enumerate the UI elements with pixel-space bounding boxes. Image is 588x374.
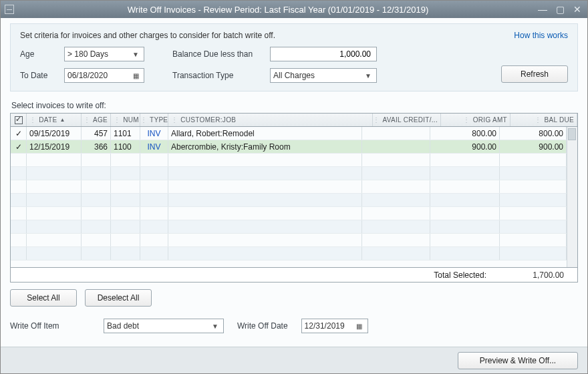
write-off-settings: Write Off Item Bad debt ▼ Write Off Date… xyxy=(10,319,578,333)
total-row: Total Selected: 1,700.00 xyxy=(10,268,578,283)
row-checkbox[interactable]: ✓ xyxy=(11,140,27,153)
header-type[interactable]: TYPE xyxy=(140,114,168,126)
window-icon xyxy=(5,5,14,14)
criteria-panel: Set criteria for invoices and other char… xyxy=(10,23,578,91)
refresh-button[interactable]: Refresh xyxy=(501,65,568,83)
balance-due-input[interactable] xyxy=(270,47,377,61)
cell-orig-amt: 800.00 xyxy=(430,127,500,140)
chevron-down-icon: ▼ xyxy=(363,72,374,79)
chevron-down-icon: ▼ xyxy=(130,51,141,58)
table-row xyxy=(11,220,567,234)
age-label: Age xyxy=(20,49,60,59)
balance-due-label: Balance Due less than xyxy=(172,49,266,59)
cell-date: 12/15/2019 xyxy=(27,140,82,153)
minimize-icon[interactable]: — xyxy=(537,5,549,14)
calendar-icon[interactable]: ▦ xyxy=(354,323,365,330)
to-date-label: To Date xyxy=(20,71,60,80)
transaction-type-select[interactable]: All Charges ▼ xyxy=(270,68,377,83)
chevron-down-icon: ▼ xyxy=(210,323,220,330)
cell-date: 09/15/2019 xyxy=(27,127,82,140)
header-customer[interactable]: CUSTOMER:JOB xyxy=(168,114,373,126)
content-area: Set criteria for invoices and other char… xyxy=(1,18,587,347)
header-num[interactable]: NUM xyxy=(111,114,140,126)
vertical-scrollbar[interactable] xyxy=(567,127,577,267)
header-checkbox[interactable] xyxy=(11,114,27,126)
table-row xyxy=(11,247,567,260)
footer-bar: Preview & Write Off... xyxy=(1,347,587,373)
deselect-all-button[interactable]: Deselect All xyxy=(85,289,152,307)
cell-num: 1100 xyxy=(111,140,140,153)
header-age[interactable]: AGE xyxy=(82,114,111,126)
scrollbar-thumb[interactable] xyxy=(568,128,576,140)
write-off-date-input[interactable]: 12/31/2019 ▦ xyxy=(301,319,368,333)
invoice-link[interactable]: INV xyxy=(147,129,160,138)
write-off-date-label: Write Off Date xyxy=(237,321,288,331)
maximize-icon[interactable]: ▢ xyxy=(554,5,566,14)
how-this-works-link[interactable]: How this works xyxy=(514,31,568,40)
table-row[interactable]: ✓12/15/20193661100INVAbercrombie, Kristy… xyxy=(11,140,567,154)
cell-bal-due: 900.00 xyxy=(500,140,567,153)
cell-orig-amt: 900.00 xyxy=(430,140,500,153)
cell-num: 1101 xyxy=(111,127,140,140)
write-off-item-select[interactable]: Bad debt ▼ xyxy=(104,319,224,333)
select-all-button[interactable]: Select All xyxy=(10,289,77,307)
preview-write-off-button[interactable]: Preview & Write Off... xyxy=(458,352,578,369)
select-invoices-label: Select invoices to write off: xyxy=(11,101,578,110)
table-row xyxy=(11,207,567,220)
age-select[interactable]: > 180 Days ▼ xyxy=(64,47,144,61)
table-row xyxy=(11,167,567,180)
invoices-table: DATE▲ AGE NUM TYPE CUSTOMER:JOB AVAIL CR… xyxy=(10,113,578,268)
total-selected-label: Total Selected: xyxy=(434,270,500,280)
table-row xyxy=(11,234,567,247)
table-row xyxy=(11,194,567,207)
cell-type: INV xyxy=(140,127,168,140)
header-bal-due[interactable]: BAL DUE xyxy=(510,114,577,126)
sort-asc-icon: ▲ xyxy=(59,117,65,123)
header-avail-credit[interactable]: AVAIL CREDIT/... xyxy=(373,114,441,126)
to-date-input[interactable]: 06/18/2020 ▦ xyxy=(64,68,144,83)
write-off-window: Write Off Invoices - Review Period: Last… xyxy=(0,0,588,374)
calendar-icon[interactable]: ▦ xyxy=(130,72,141,79)
criteria-instruction: Set criteria for invoices and other char… xyxy=(20,31,568,40)
cell-avail-credit xyxy=(362,140,430,153)
transaction-type-label: Transaction Type xyxy=(172,71,266,80)
total-selected-value: 1,700.00 xyxy=(500,270,577,280)
close-icon[interactable]: ✕ xyxy=(571,5,583,14)
titlebar: Write Off Invoices - Review Period: Last… xyxy=(1,1,587,18)
cell-avail-credit xyxy=(362,127,430,140)
row-checkbox[interactable]: ✓ xyxy=(11,127,27,140)
cell-type: INV xyxy=(140,140,168,153)
cell-age: 457 xyxy=(82,127,111,140)
header-date[interactable]: DATE▲ xyxy=(27,114,82,126)
cell-bal-due: 800.00 xyxy=(500,127,567,140)
table-row[interactable]: ✓09/15/20194571101INVAllard, Robert:Remo… xyxy=(11,127,567,140)
table-header: DATE▲ AGE NUM TYPE CUSTOMER:JOB AVAIL CR… xyxy=(11,114,577,127)
write-off-item-label: Write Off Item xyxy=(10,321,90,331)
invoice-link[interactable]: INV xyxy=(147,142,160,152)
cell-age: 366 xyxy=(82,140,111,153)
table-row xyxy=(11,154,567,167)
window-title: Write Off Invoices - Review Period: Last… xyxy=(19,5,537,15)
header-orig-amt[interactable]: ORIG AMT xyxy=(441,114,510,126)
cell-customer: Allard, Robert:Remodel xyxy=(168,127,362,140)
table-body: ✓09/15/20194571101INVAllard, Robert:Remo… xyxy=(11,127,577,267)
table-row xyxy=(11,180,567,194)
cell-customer: Abercrombie, Kristy:Family Room xyxy=(168,140,362,153)
